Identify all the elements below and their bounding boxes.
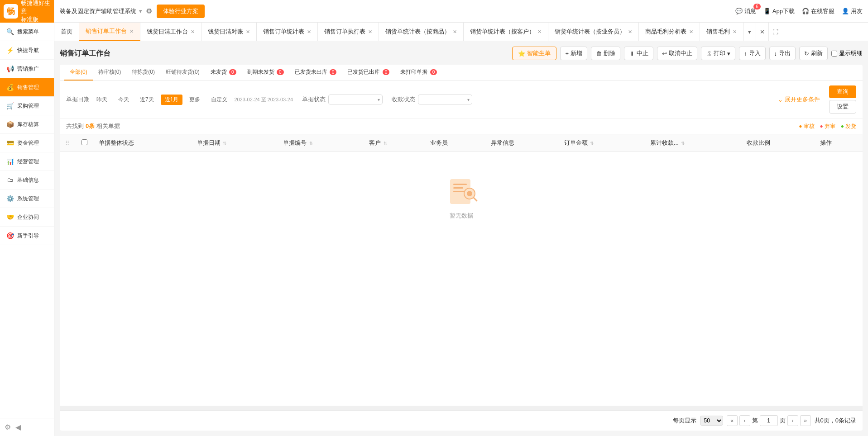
filter-area: 单据日期 昨天 今天 近7天 近1月 更多 自定义 2023-02-24 至 2… xyxy=(60,81,863,118)
sidebar-logo: 畅 畅捷通好生意 标准版 xyxy=(0,0,54,23)
import-btn[interactable]: ↑ 导入 xyxy=(739,47,766,60)
ship-action[interactable]: 发货 xyxy=(841,123,856,130)
tab-summary-product[interactable]: 销货单统计表（按商品） ✕ xyxy=(379,23,464,41)
sidebar-item-sales[interactable]: 💰 销售管理 xyxy=(0,78,54,97)
prev-page-btn[interactable]: ‹ xyxy=(739,415,750,426)
online-service-btn[interactable]: 🎧 在线客服 xyxy=(802,7,834,15)
audit-action[interactable]: 审核 xyxy=(799,123,814,130)
sidebar-item-purchase[interactable]: 🛒 采购管理 xyxy=(0,97,54,115)
tab-cash-reconcile-close[interactable]: ✕ xyxy=(246,29,250,35)
subtab-shipped-not-out[interactable]: 已发货未出库 0 xyxy=(289,65,342,81)
export-btn[interactable]: ↓ 导出 xyxy=(769,47,796,60)
collapse-icon[interactable]: ◀ xyxy=(15,423,21,431)
sidebar-item-basic[interactable]: 🗂 基础信息 xyxy=(0,171,54,190)
tab-sales-stat-close[interactable]: ✕ xyxy=(307,29,311,35)
status-select[interactable] xyxy=(328,95,383,104)
tab-expand-btn[interactable]: ⛶ xyxy=(769,23,782,41)
tab-sales-workbench[interactable]: 销售订单工作台 ✕ xyxy=(79,23,140,41)
tab-cash-daily[interactable]: 钱货日清工作台 ✕ xyxy=(140,23,201,41)
tab-more-btn[interactable]: ▾ xyxy=(743,23,756,41)
subtab-wangpu[interactable]: 旺铺待发货(0) xyxy=(160,65,205,81)
page-input[interactable] xyxy=(760,415,778,426)
payment-select[interactable] xyxy=(418,95,472,104)
page-size-select[interactable]: 50 100 200 xyxy=(700,416,723,426)
subtab-overdue[interactable]: 到期未发货 0 xyxy=(242,65,289,81)
settings-icon[interactable]: ⚙ xyxy=(5,423,11,431)
sidebar-item-newbie[interactable]: 🎯 新手引导 xyxy=(0,227,54,245)
query-btn[interactable]: 查询 xyxy=(829,85,856,98)
sidebar-item-finance[interactable]: 💳 资金管理 xyxy=(0,134,54,152)
experience-btn[interactable]: 体验行业方案 xyxy=(157,5,205,18)
th-number[interactable]: 单据编号 ⇅ xyxy=(278,134,364,152)
date-btn-custom[interactable]: 自定义 xyxy=(207,95,231,105)
horizontal-scrollbar[interactable] xyxy=(60,406,863,410)
tab-summary-staff-close[interactable]: ✕ xyxy=(628,29,632,35)
select-all-checkbox[interactable] xyxy=(82,139,87,145)
add-btn[interactable]: + 新增 xyxy=(560,47,587,60)
show-detail-input[interactable] xyxy=(831,51,837,57)
tab-home[interactable]: 首页 xyxy=(54,23,79,41)
marketing-label: 营销推广 xyxy=(17,65,39,73)
th-amount[interactable]: 订单金额 ⇅ xyxy=(559,134,645,152)
th-staff[interactable]: 业务员 xyxy=(425,134,485,152)
tab-summary-staff[interactable]: 销货单统计表（按业务员） ✕ xyxy=(548,23,639,41)
tab-gross-profit[interactable]: 商品毛利分析表 ✕ xyxy=(639,23,700,41)
cancel-suspend-btn[interactable]: ↩ 取消中止 xyxy=(657,47,697,60)
topbar-settings-icon[interactable]: ⚙ xyxy=(146,7,152,15)
date-btn-1month[interactable]: 近1月 xyxy=(161,95,183,105)
suspend-btn[interactable]: ⏸ 中止 xyxy=(624,47,653,60)
delete-btn[interactable]: 🗑 删除 xyxy=(591,47,620,60)
tab-sales-exec[interactable]: 销售订单执行表 ✕ xyxy=(318,23,379,41)
subtab-pending-pickup[interactable]: 待拣货(0) xyxy=(126,65,160,81)
th-exception[interactable]: 异常信息 xyxy=(485,134,558,152)
sidebar-item-inventory[interactable]: 📦 库存核算 xyxy=(0,115,54,134)
date-btn-today[interactable]: 今天 xyxy=(114,95,133,105)
tab-close-all-btn[interactable]: ✕ xyxy=(756,23,769,41)
date-btn-more[interactable]: 更多 xyxy=(185,95,204,105)
tab-gross-profit-close[interactable]: ✕ xyxy=(689,29,693,35)
subtab-not-printed[interactable]: 未打印单据 0 xyxy=(395,65,442,81)
subtab-shipped-out[interactable]: 已发货已出库 0 xyxy=(342,65,395,81)
sidebar-item-system[interactable]: ⚙️ 系统管理 xyxy=(0,190,54,208)
subtab-not-shipped[interactable]: 未发货 0 xyxy=(205,65,242,81)
th-collected[interactable]: 累计收款... ⇅ xyxy=(645,134,741,152)
abandon-action[interactable]: 弃审 xyxy=(820,123,835,130)
th-customer[interactable]: 客户 ⇅ xyxy=(364,134,425,152)
tab-cash-daily-close[interactable]: ✕ xyxy=(191,29,195,35)
sidebar-item-marketing[interactable]: 📢 营销推广 xyxy=(0,60,54,78)
tab-summary-customer-close[interactable]: ✕ xyxy=(537,29,542,35)
show-detail-checkbox[interactable]: 显示明细 xyxy=(831,49,863,57)
sidebar-item-enterprise[interactable]: 🤝 企业协同 xyxy=(0,208,54,227)
import-label: 导入 xyxy=(749,49,761,57)
empty-text: 暂无数据 xyxy=(450,212,473,220)
th-checkbox[interactable] xyxy=(75,134,93,152)
date-btn-yesterday[interactable]: 昨天 xyxy=(92,95,111,105)
tab-sales-workbench-close[interactable]: ✕ xyxy=(129,28,134,34)
tab-summary-customer[interactable]: 销货单统计表（按客户） ✕ xyxy=(464,23,548,41)
tab-sales-stat[interactable]: 销售订单统计表 ✕ xyxy=(257,23,318,41)
next-page-btn[interactable]: › xyxy=(787,415,798,426)
expand-btn[interactable]: ⌄ 展开更多条件 xyxy=(778,95,820,104)
tab-sales-exec-close[interactable]: ✕ xyxy=(368,29,372,35)
user-menu-btn[interactable]: 👤 用友 xyxy=(842,7,863,15)
refresh-btn[interactable]: ↻ 刷新 xyxy=(799,47,828,60)
subtab-pending-audit[interactable]: 待审核(0) xyxy=(93,65,127,81)
tab-summary-product-close[interactable]: ✕ xyxy=(453,29,457,35)
date-btn-7days[interactable]: 近7天 xyxy=(136,95,158,105)
sidebar-item-operation[interactable]: 📊 经营管理 xyxy=(0,152,54,171)
last-page-btn[interactable]: » xyxy=(800,415,811,426)
first-page-btn[interactable]: « xyxy=(727,415,738,426)
subtab-all[interactable]: 全部(0) xyxy=(64,65,93,81)
sidebar-item-quicknav[interactable]: ⚡ 快捷导航 xyxy=(0,41,54,60)
th-status[interactable]: 单据整体状态 xyxy=(93,134,192,152)
smart-btn[interactable]: ⭐ 智能生单 xyxy=(512,47,556,60)
message-btn[interactable]: 💬 消息 6 xyxy=(735,7,756,15)
tab-sales-more[interactable]: 销售毛利 ✕ xyxy=(700,23,743,41)
tab-cash-reconcile[interactable]: 钱货日清对账 ✕ xyxy=(201,23,257,41)
app-download-btn[interactable]: 📱 App下载 xyxy=(763,7,795,15)
print-btn[interactable]: 🖨 打印 ▾ xyxy=(701,47,735,60)
sidebar-item-search[interactable]: 🔍 搜索菜单 xyxy=(0,23,54,41)
set-btn[interactable]: 设置 xyxy=(829,100,856,114)
th-date[interactable]: 单据日期 ⇅ xyxy=(192,134,278,152)
tab-sales-more-close[interactable]: ✕ xyxy=(733,29,737,35)
